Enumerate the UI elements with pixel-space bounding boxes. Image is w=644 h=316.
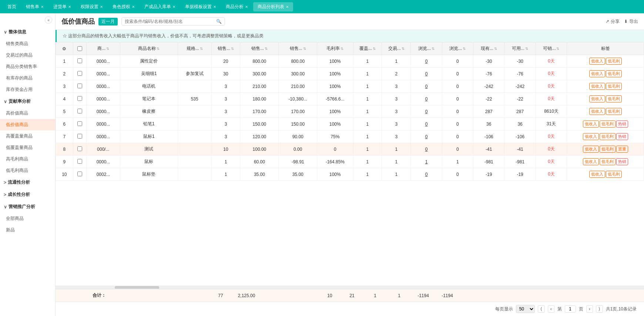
col-sales-val[interactable]: 销售...⇅ (279, 43, 317, 55)
cell-checkbox[interactable] (73, 105, 86, 118)
page-size-select[interactable]: 50 100 200 (516, 305, 535, 313)
browse-link[interactable]: 0 (425, 96, 428, 102)
nav-purchase-order[interactable]: 进货单 ✕ (49, 2, 76, 11)
filter-tag-period[interactable]: 近一月 (98, 18, 118, 26)
sidebar-section-growth[interactable]: > 成长性分析 (0, 188, 55, 201)
col-checkbox[interactable] (73, 43, 86, 55)
next-page-button[interactable]: › (586, 305, 593, 313)
row-checkbox[interactable] (77, 134, 82, 139)
col-trade[interactable]: 交易...⇅ (382, 43, 411, 55)
col-sales-qty[interactable]: 销售...⇅ (211, 43, 240, 55)
col-current[interactable]: 现有...⇅ (473, 43, 504, 55)
cell-checkbox[interactable] (73, 80, 86, 93)
col-spec[interactable]: 规格...⇅ (178, 43, 211, 55)
col-available[interactable]: 可用...⇅ (504, 43, 536, 55)
col-code[interactable]: 商...⇅ (87, 43, 120, 55)
nav-role-auth[interactable]: 角色授权 ✕ (108, 2, 139, 11)
sidebar-item-high-coverage[interactable]: 高覆盖量商品 (0, 130, 55, 142)
sidebar-item-low-coverage[interactable]: 低覆盖量商品 (0, 142, 55, 153)
nav-template-settings[interactable]: 单据模板设置 ✕ (181, 2, 221, 11)
col-sellable[interactable]: 可销...⇅ (536, 43, 567, 55)
sidebar-item-high-value[interactable]: 高价值商品 (0, 108, 55, 119)
first-page-button[interactable]: ⟨ (538, 305, 545, 313)
sidebar-item-new-products[interactable]: 新品 (0, 224, 55, 236)
col-gross-rate[interactable]: 毛利率⇅ (317, 43, 353, 55)
row-checkbox[interactable] (77, 71, 82, 76)
browse-link[interactable]: 0 (425, 71, 428, 77)
last-page-button[interactable]: ⟩ (596, 305, 603, 313)
cell-browse1[interactable]: 0 (411, 118, 442, 130)
nav-home[interactable]: 首页 (3, 2, 21, 11)
sidebar-collapse-button[interactable]: « (45, 16, 52, 24)
browse-link[interactable]: 0 (425, 59, 428, 64)
cell-checkbox[interactable] (73, 168, 86, 181)
row-checkbox[interactable] (77, 109, 82, 113)
close-permissions-icon[interactable]: ✕ (100, 5, 103, 9)
col-name[interactable]: 商品名称⇅ (120, 43, 178, 55)
prev-page-button[interactable]: ‹ (548, 305, 554, 313)
nav-permissions[interactable]: 权限设置 ✕ (76, 2, 107, 11)
nav-product-analysis[interactable]: 商品分析 ✕ (221, 2, 252, 11)
nav-product-inbound[interactable]: 产成品入库单 ✕ (140, 2, 180, 11)
cell-checkbox[interactable] (73, 55, 86, 68)
search-icon[interactable]: 🔍 (216, 19, 222, 24)
sidebar-item-category-sales-rate[interactable]: 商品分类销售率 (0, 61, 55, 72)
search-input[interactable] (125, 19, 215, 24)
sidebar-item-low-margin[interactable]: 低毛利商品 (0, 165, 55, 176)
horizontal-scrollbar[interactable] (56, 286, 644, 289)
cell-checkbox[interactable] (73, 68, 86, 80)
cell-browse1[interactable]: 0 (411, 68, 442, 80)
browse-link[interactable]: 0 (425, 172, 428, 177)
row-checkbox[interactable] (77, 159, 82, 164)
row-checkbox[interactable] (77, 171, 82, 176)
close-sales-order-icon[interactable]: ✕ (41, 5, 44, 9)
row-checkbox[interactable] (77, 121, 82, 126)
browse-link[interactable]: 1 (425, 159, 428, 164)
cell-checkbox[interactable] (73, 93, 86, 105)
sidebar-section-marketing[interactable]: ∨ 营销推广分析 (0, 201, 55, 213)
cell-browse1[interactable]: 0 (411, 93, 442, 105)
sidebar-item-all-products[interactable]: 全部商品 (0, 213, 55, 224)
close-role-auth-icon[interactable]: ✕ (132, 5, 135, 9)
cell-browse1[interactable]: 1 (411, 156, 442, 168)
row-checkbox[interactable] (77, 58, 82, 63)
cell-browse1[interactable]: 0 (411, 168, 442, 181)
row-checkbox[interactable] (77, 84, 82, 88)
col-sales-amount[interactable]: 销售...⇅ (240, 43, 279, 55)
sidebar-section-overall[interactable]: ∨ 整体信息 (0, 26, 55, 38)
sidebar-item-inventory-capital[interactable]: 库存资金占用 (0, 84, 55, 95)
close-product-analysis-list-icon[interactable]: ✕ (286, 5, 289, 9)
sidebar-section-circulation[interactable]: > 流通性分析 (0, 176, 55, 188)
close-product-analysis-icon[interactable]: ✕ (245, 5, 248, 9)
cell-browse1[interactable]: 0 (411, 80, 442, 93)
share-button[interactable]: ↗ 分享 (606, 18, 620, 25)
nav-sales-order[interactable]: 销售单 ✕ (21, 2, 48, 11)
col-browse1[interactable]: 浏览...⇅ (411, 43, 442, 55)
sidebar-item-traded[interactable]: 交易过的商品 (0, 50, 55, 61)
close-purchase-icon[interactable]: ✕ (68, 5, 71, 9)
sidebar-item-sales-category[interactable]: 销售类商品 (0, 38, 55, 50)
cell-checkbox[interactable] (73, 143, 86, 156)
sidebar-item-high-margin[interactable]: 高毛利商品 (0, 153, 55, 165)
close-product-inbound-icon[interactable]: ✕ (172, 5, 175, 9)
browse-link[interactable]: 0 (425, 84, 428, 89)
browse-link[interactable]: 0 (425, 122, 428, 127)
cell-browse1[interactable]: 0 (411, 105, 442, 118)
row-checkbox[interactable] (77, 96, 82, 101)
page-number-input[interactable] (565, 305, 576, 313)
browse-link[interactable]: 0 (425, 134, 428, 139)
close-template-icon[interactable]: ✕ (213, 5, 216, 9)
col-coverage[interactable]: 覆盖...⇅ (353, 43, 382, 55)
browse-link[interactable]: 0 (425, 109, 428, 114)
row-checkbox[interactable] (77, 146, 82, 151)
select-all-checkbox[interactable] (77, 46, 82, 51)
cell-checkbox[interactable] (73, 156, 86, 168)
cell-checkbox[interactable] (73, 130, 86, 143)
sidebar-section-contribution[interactable]: ∨ 贡献率分析 (0, 95, 55, 108)
cell-browse1[interactable]: 0 (411, 130, 442, 143)
browse-link[interactable]: 0 (425, 147, 428, 152)
cell-browse1[interactable]: 0 (411, 55, 442, 68)
export-button[interactable]: ⬇ 导出 (624, 18, 638, 25)
sidebar-item-in-stock[interactable]: 有库存的商品 (0, 72, 55, 84)
col-browse2[interactable]: 浏览...⇅ (442, 43, 473, 55)
